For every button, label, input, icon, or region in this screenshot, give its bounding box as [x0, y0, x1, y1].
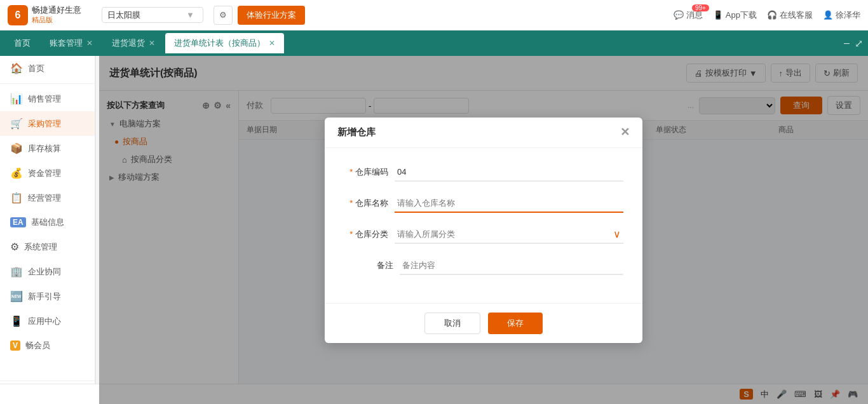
- tab-account[interactable]: 账套管理 ✕: [41, 33, 102, 53]
- sidebar-item-guide[interactable]: 🆕 新手引导: [0, 284, 95, 309]
- sidebar-home-label: 首页: [28, 63, 44, 74]
- app-icon: 📱: [713, 10, 723, 20]
- note-form-row: 备注: [344, 257, 623, 275]
- top-bar: 6 畅捷通好生意 精品版 ▼ ⚙ 体验行业方案 💬 消息 99+ 📱 App下载: [0, 0, 868, 30]
- user-icon: 👤: [823, 10, 833, 20]
- purchase-icon: 🛒: [10, 118, 23, 130]
- sidebar-item-operations[interactable]: 📋 经营管理: [0, 185, 95, 210]
- sidebar-basic-info-label: 基础信息: [31, 217, 64, 228]
- purchase-stats-tab-label: 进货单统计表（按商品）: [174, 37, 265, 49]
- search-input[interactable]: [107, 10, 184, 20]
- close-account-tab-icon[interactable]: ✕: [86, 39, 93, 48]
- tab-home[interactable]: 首页: [5, 33, 39, 53]
- sidebar-item-sales[interactable]: 📊 销售管理: [0, 86, 95, 111]
- tab-bar-controls: – ⤢: [844, 37, 863, 50]
- category-form-row: 仓库分类 ∨: [344, 226, 623, 244]
- sidebar-item-finance[interactable]: 💰 资金管理: [0, 161, 95, 185]
- category-label: 仓库分类: [344, 229, 395, 240]
- category-select-area[interactable]: ∨: [395, 226, 623, 244]
- name-input[interactable]: [395, 194, 623, 213]
- headset-icon: 🎧: [767, 10, 777, 20]
- top-actions: ⚙ 体验行业方案: [214, 6, 305, 25]
- sidebar-item-app-center[interactable]: 📱 应用中心: [0, 309, 95, 333]
- finance-icon: 💰: [10, 167, 23, 179]
- enterprise-icon: 🏢: [10, 266, 23, 278]
- code-label: 仓库编码: [344, 166, 395, 178]
- user-profile-button[interactable]: 👤 徐泽华: [823, 10, 860, 21]
- tab-purchase-stats[interactable]: 进货单统计表（按商品） ✕: [165, 33, 284, 53]
- system-icon: ⚙: [10, 241, 19, 253]
- sidebar-inventory-label: 库存核算: [28, 143, 61, 154]
- basic-info-icon: EA: [10, 217, 26, 227]
- name-label: 仓库名称: [344, 198, 395, 209]
- messages-button[interactable]: 💬 消息 99+: [674, 10, 703, 21]
- message-icon: 💬: [674, 10, 684, 20]
- guide-icon: 🆕: [10, 290, 23, 302]
- operations-icon: 📋: [10, 192, 23, 204]
- modal-title: 新增仓库: [337, 126, 376, 138]
- trial-button[interactable]: 体验行业方案: [238, 6, 305, 25]
- account-tab-label: 账套管理: [50, 37, 83, 49]
- category-input[interactable]: [397, 229, 613, 239]
- brand-sub: 精品版: [32, 15, 81, 25]
- code-input[interactable]: [395, 163, 623, 182]
- sidebar-item-inventory[interactable]: 📦 库存核算: [0, 136, 95, 161]
- name-form-row: 仓库名称: [344, 194, 623, 213]
- logo-area: 6 畅捷通好生意 精品版: [8, 5, 97, 25]
- online-service-button[interactable]: 🎧 在线客服: [767, 10, 813, 21]
- tab-purchase-return[interactable]: 进货退货 ✕: [103, 33, 164, 53]
- sidebar-item-basic-info[interactable]: EA 基础信息: [0, 210, 95, 234]
- sidebar-app-center-label: 应用中心: [28, 316, 61, 327]
- purchase-return-tab-label: 进货退货: [112, 37, 145, 49]
- home-icon: 🏠: [10, 62, 23, 74]
- minimize-tab-icon[interactable]: –: [844, 37, 850, 49]
- category-dropdown-icon[interactable]: ∨: [613, 228, 621, 240]
- inventory-icon: 📦: [10, 142, 23, 154]
- sidebar-guide-label: 新手引导: [28, 291, 61, 302]
- modal-close-icon[interactable]: ✕: [620, 126, 630, 138]
- logo-icon: 6: [8, 5, 28, 25]
- message-badge: 99+: [692, 4, 709, 11]
- top-right-area: 💬 消息 99+ 📱 App下载 🎧 在线客服 👤 徐泽华: [674, 10, 860, 21]
- modal-overlay[interactable]: 新增仓库 ✕ 仓库编码: [99, 56, 868, 404]
- sales-icon: 📊: [10, 93, 23, 105]
- code-form-row: 仓库编码: [344, 163, 623, 182]
- sidebar-system-label: 系统管理: [24, 241, 57, 253]
- home-tab-label: 首页: [14, 37, 31, 49]
- modal-body: 仓库编码 仓库名称: [325, 148, 642, 303]
- close-purchase-stats-tab-icon[interactable]: ✕: [269, 39, 275, 48]
- sidebar-item-purchase[interactable]: 🛒 采购管理: [0, 111, 95, 136]
- dropdown-arrow-icon[interactable]: ▼: [186, 10, 194, 20]
- sidebar: 🏠 首页 📊 销售管理 🛒 采购管理 📦 库存核算 💰 资金管理 📋: [0, 56, 95, 404]
- sidebar-item-home[interactable]: 🏠 首页: [0, 56, 95, 81]
- app-download-button[interactable]: 📱 App下载: [713, 10, 757, 21]
- cancel-button[interactable]: 取消: [424, 313, 480, 334]
- add-warehouse-modal: 新增仓库 ✕ 仓库编码: [325, 118, 642, 343]
- modal-footer: 取消 保存: [325, 303, 642, 343]
- tab-bar: 首页 账套管理 ✕ 进货退货 ✕ 进货单统计表（按商品） ✕ – ⤢: [0, 30, 868, 56]
- sidebar-vip-label: 畅会员: [25, 340, 50, 351]
- sidebar-operations-label: 经营管理: [28, 192, 61, 204]
- sidebar-sales-label: 销售管理: [28, 93, 61, 105]
- note-input[interactable]: [400, 257, 623, 275]
- close-purchase-return-tab-icon[interactable]: ✕: [149, 39, 155, 48]
- sidebar-finance-label: 资金管理: [28, 168, 61, 179]
- modal-header: 新增仓库 ✕: [325, 118, 642, 148]
- sidebar-enterprise-label: 企业协同: [28, 266, 61, 278]
- brand-name: 畅捷通好生意: [32, 5, 81, 15]
- app-center-icon: 📱: [10, 315, 23, 327]
- sidebar-divider-1: [0, 83, 95, 84]
- main-layout: 🏠 首页 📊 销售管理 🛒 采购管理 📦 库存核算 💰 资金管理 📋: [0, 56, 868, 404]
- vip-icon: V: [10, 340, 20, 351]
- content-area: 进货单统计(按商品) 🖨 按模板打印 ▼ ↑ 导出 ↻ 刷新: [99, 56, 868, 404]
- sidebar-item-system[interactable]: ⚙ 系统管理: [0, 234, 95, 259]
- sidebar-item-vip[interactable]: V 畅会员: [0, 333, 95, 358]
- gear-button[interactable]: ⚙: [214, 6, 233, 25]
- sidebar-purchase-label: 采购管理: [28, 118, 61, 130]
- expand-tab-icon[interactable]: ⤢: [855, 37, 863, 50]
- search-bar: ▼: [102, 7, 203, 23]
- sidebar-item-enterprise[interactable]: 🏢 企业协同: [0, 259, 95, 284]
- save-button[interactable]: 保存: [488, 313, 543, 334]
- note-label: 备注: [349, 260, 400, 271]
